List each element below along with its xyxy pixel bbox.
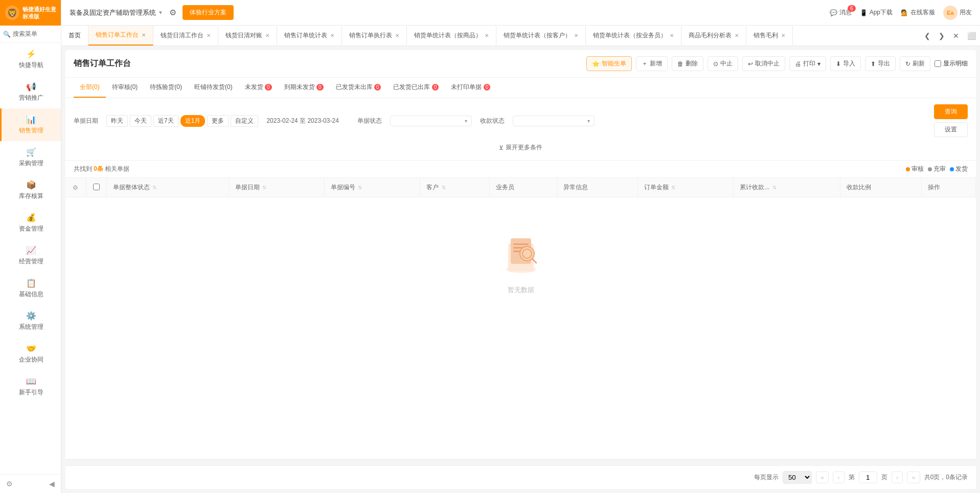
- date-btn-group: 昨天 今天 近7天 近1月 更多 自定义: [106, 115, 258, 127]
- tab-sales-stat-product[interactable]: 销货单统计表（按商品） ✕: [407, 26, 496, 45]
- tab-cash-reconcile[interactable]: 钱货日清对账 ✕: [218, 26, 277, 45]
- stop-btn[interactable]: ⊙ 中止: [708, 56, 738, 71]
- sort-date-icon[interactable]: ⇅: [262, 185, 266, 190]
- sort-amount-icon[interactable]: ⇅: [671, 185, 675, 190]
- export-btn[interactable]: ⬆ 导出: [865, 56, 896, 71]
- sidebar-item-purchase[interactable]: 🛒 采购管理: [0, 141, 61, 174]
- sidebar-item-collab[interactable]: 🤝 企业协同: [0, 338, 61, 370]
- unreviewed-action-btn[interactable]: 充审: [928, 165, 946, 173]
- sort-received-icon[interactable]: ⇅: [772, 185, 777, 190]
- tab-sales-order-workbench[interactable]: 销售订单工作台 ✕: [88, 26, 153, 46]
- expand-more-btn[interactable]: ⊻ 展开更多条件: [493, 141, 549, 154]
- tab-close-icon[interactable]: ✕: [670, 33, 674, 38]
- tab-next-btn[interactable]: ❯: [935, 28, 949, 44]
- first-page-btn[interactable]: «: [816, 472, 829, 483]
- tab-close-icon[interactable]: ✕: [735, 33, 739, 38]
- sub-tab-expired-not-shipped[interactable]: 到期未发货 0: [278, 78, 330, 98]
- tab-close-icon[interactable]: ✕: [330, 33, 334, 38]
- tab-home-label: 首页: [69, 31, 81, 40]
- tab-sales-stat-staff[interactable]: 销货单统计表（按业务员） ✕: [586, 26, 681, 45]
- online-service-btn[interactable]: 💁 在线客服: [901, 8, 935, 17]
- select-all-checkbox[interactable]: [93, 184, 100, 190]
- today-btn[interactable]: 今天: [130, 115, 151, 127]
- print-btn[interactable]: 🖨 打印 ▾: [789, 56, 826, 71]
- tab-prev-btn[interactable]: ❮: [920, 28, 935, 44]
- page-size-select[interactable]: 50 10 20 100: [783, 471, 812, 484]
- delete-btn[interactable]: 🗑 删除: [672, 56, 703, 71]
- sub-tab-not-printed[interactable]: 未打印单据 0: [445, 78, 496, 98]
- sub-tab-shipped-out[interactable]: 已发货已出库 0: [387, 78, 445, 98]
- sidebar-item-base-info[interactable]: 📋 基础信息: [0, 272, 61, 305]
- yesterday-btn[interactable]: 昨天: [106, 115, 128, 127]
- sort-customer-icon[interactable]: ⇅: [442, 185, 446, 190]
- sub-tab-wangpu[interactable]: 旺铺待发货(0): [188, 78, 239, 98]
- import-btn[interactable]: ⬇ 导入: [830, 56, 861, 71]
- message-btn[interactable]: 💬 消息 6: [830, 8, 852, 17]
- sort-number-icon[interactable]: ⇅: [358, 185, 362, 190]
- ship-action-btn[interactable]: 发货: [950, 165, 968, 173]
- tab-close-icon[interactable]: ✕: [485, 33, 489, 38]
- tab-cash-daily-workbench[interactable]: 钱货日清工作台 ✕: [153, 26, 218, 45]
- tab-sales-profit[interactable]: 销售毛利 ✕: [746, 26, 793, 45]
- sub-tab-pending-review[interactable]: 待审核(0): [106, 78, 144, 98]
- tab-close-icon[interactable]: ✕: [207, 33, 211, 38]
- tab-close-icon[interactable]: ✕: [142, 32, 146, 38]
- tab-maximize-icon[interactable]: ⬜: [963, 28, 980, 44]
- 7days-btn[interactable]: 近7天: [153, 115, 178, 127]
- tab-close-icon[interactable]: ✕: [781, 33, 785, 38]
- review-action-btn[interactable]: 审核: [906, 165, 924, 173]
- horizontal-scrollbar[interactable]: [65, 459, 976, 465]
- sub-tab-pending-inspect[interactable]: 待拣验货(0): [144, 78, 188, 98]
- app-download-btn[interactable]: 📱 App下载: [860, 8, 893, 17]
- trial-btn[interactable]: 体验行业方案: [183, 5, 234, 20]
- sidebar-item-quick-nav[interactable]: ⚡ 快捷导航: [0, 43, 61, 76]
- sidebar-item-finance[interactable]: 💰 资金管理: [0, 207, 61, 239]
- query-btn[interactable]: 查询: [934, 104, 968, 119]
- system-title-dropdown[interactable]: 装备及固定资产辅助管理系统 ▼: [70, 8, 163, 17]
- last-page-btn[interactable]: »: [907, 472, 920, 483]
- tab-bar: 首页 销售订单工作台 ✕ 钱货日清工作台 ✕ 钱货日清对账 ✕ 销售订单统计表 …: [61, 26, 980, 46]
- sidebar-item-operations[interactable]: 📈 经营管理: [0, 239, 61, 272]
- tab-sales-order-stat[interactable]: 销售订单统计表 ✕: [277, 26, 342, 45]
- page-number-input[interactable]: [859, 472, 877, 483]
- sidebar-item-sales[interactable]: 📊 销售管理: [0, 108, 61, 141]
- next-page-btn[interactable]: ›: [892, 472, 903, 483]
- tab-product-margin[interactable]: 商品毛利分析表 ✕: [681, 26, 746, 45]
- payment-select[interactable]: ▾: [513, 116, 595, 126]
- custom-btn[interactable]: 自定义: [231, 115, 258, 127]
- smart-create-btn[interactable]: ⭐ 智能生单: [586, 56, 632, 71]
- review-dot-icon: [906, 167, 910, 171]
- search-icon: 🔍: [3, 31, 11, 38]
- add-btn[interactable]: ＋ 新增: [636, 56, 668, 71]
- 1month-btn[interactable]: 近1月: [180, 115, 206, 127]
- prev-page-btn[interactable]: ‹: [833, 472, 844, 483]
- refresh-btn[interactable]: ↻ 刷新: [900, 56, 930, 71]
- sub-tab-not-shipped[interactable]: 未发货 0: [239, 78, 278, 98]
- search-menu[interactable]: 🔍 搜索菜单: [0, 26, 61, 43]
- collapse-btn[interactable]: ◀: [49, 480, 55, 488]
- settings-bottom-btn[interactable]: ⚙: [6, 480, 13, 488]
- tab-close-icon[interactable]: ✕: [395, 33, 399, 38]
- settings-gear-icon[interactable]: ⚙: [169, 8, 176, 17]
- tab-close-all-icon[interactable]: ✕: [949, 28, 963, 44]
- more-btn[interactable]: 更多: [207, 115, 229, 127]
- status-select[interactable]: ▾: [390, 116, 472, 126]
- show-detail-checkbox[interactable]: [935, 60, 941, 67]
- sidebar-item-marketing[interactable]: 📢 营销推广: [0, 76, 61, 108]
- sidebar-item-system[interactable]: ⚙️ 系统管理: [0, 305, 61, 338]
- tab-sales-stat-customer[interactable]: 销货单统计表（按客户） ✕: [496, 26, 586, 45]
- sub-tab-shipped-not-out[interactable]: 已发货未出库 0: [330, 78, 388, 98]
- tab-sales-order-exec[interactable]: 销售订单执行表 ✕: [342, 26, 407, 45]
- tab-close-icon[interactable]: ✕: [574, 33, 578, 38]
- tab-home[interactable]: 首页: [61, 26, 88, 45]
- sidebar-item-guide[interactable]: 📖 新手引导: [0, 370, 61, 403]
- sort-status-icon[interactable]: ⇅: [152, 185, 156, 190]
- sub-tab-all[interactable]: 全部(0): [74, 78, 106, 98]
- th-settings[interactable]: ⚙: [65, 178, 86, 197]
- sidebar-item-inventory[interactable]: 📦 库存核算: [0, 174, 61, 207]
- tab-close-icon[interactable]: ✕: [265, 33, 269, 38]
- settings-filter-btn[interactable]: 设置: [934, 122, 968, 137]
- user-btn[interactable]: Ea 用友: [943, 6, 972, 20]
- show-detail-checkbox-wrapper[interactable]: 显示明细: [935, 59, 968, 68]
- cancel-stop-btn[interactable]: ↩ 取消中止: [742, 56, 785, 71]
